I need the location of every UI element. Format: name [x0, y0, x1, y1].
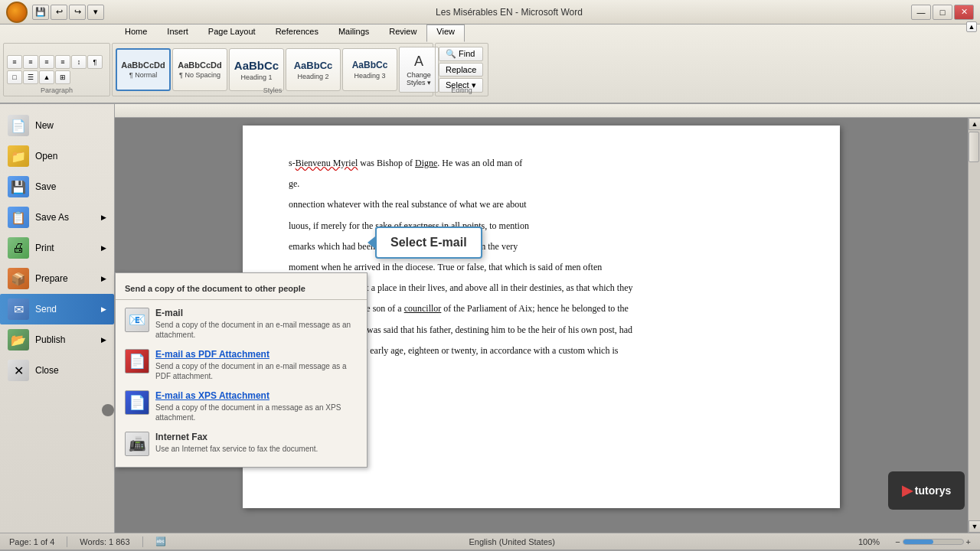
- styles-group-label: Styles: [113, 86, 433, 94]
- send-email-xps-item[interactable]: 📄 E-mail as XPS Attachment Send a copy o…: [116, 386, 367, 427]
- window-controls: — □ ✕: [911, 5, 974, 20]
- tab-mailings[interactable]: Mailings: [328, 24, 379, 41]
- save-as-icon: 📋: [8, 207, 29, 228]
- paragraph-group: ≡ ≡ ≡ ≡ ↕ ¶ □ ☰ ▲ ⊞ Paragraph: [3, 43, 110, 96]
- undo-btn[interactable]: ↩: [51, 5, 67, 20]
- send-fax-item[interactable]: 📠 Internet Fax Use an Internet fax servi…: [116, 427, 367, 461]
- zoom-slider[interactable]: − +: [892, 537, 974, 546]
- tutorys-play-icon: ▶: [902, 482, 913, 499]
- style-heading2-label: Heading 2: [297, 73, 328, 80]
- menu-item-save-as[interactable]: 📋 Save As ▶: [0, 202, 114, 233]
- menu-item-print[interactable]: 🖨 Print ▶: [0, 233, 114, 263]
- print-icon: 🖨: [8, 237, 29, 259]
- menu-item-new[interactable]: 📄 New: [0, 110, 114, 141]
- menu-item-prepare[interactable]: 📦 Prepare ▶: [0, 263, 114, 294]
- email-title: E-mail: [155, 308, 358, 318]
- doc-paragraph-2: ge.: [289, 177, 794, 191]
- find-label: Find: [459, 49, 475, 58]
- shading-btn[interactable]: ▲: [39, 70, 54, 84]
- line-spacing-btn[interactable]: ↕: [71, 55, 87, 69]
- fax-desc: Use an Internet fax service to fax the d…: [155, 444, 358, 454]
- align-left-btn[interactable]: ≡: [7, 55, 22, 69]
- tab-view[interactable]: View: [426, 24, 465, 42]
- list-btn[interactable]: ☰: [23, 70, 38, 84]
- send-email-item[interactable]: 📧 E-mail Send a copy of the document in …: [116, 303, 367, 344]
- save-quick-btn[interactable]: 💾: [32, 5, 49, 20]
- spell-icon[interactable]: 🔤: [152, 536, 169, 546]
- style-heading1-btn[interactable]: AaBbCc Heading 1: [229, 48, 284, 91]
- email-xps-title: E-mail as XPS Attachment: [155, 390, 358, 401]
- replace-btn[interactable]: Replace: [439, 63, 483, 77]
- save-icon: 💾: [8, 176, 29, 197]
- paragraph-buttons: ≡ ≡ ≡ ≡ ↕ ¶ □ ☰ ▲ ⊞: [7, 55, 103, 84]
- zoom-out-btn[interactable]: −: [895, 537, 900, 546]
- fax-title: Internet Fax: [155, 432, 358, 442]
- border-btn[interactable]: □: [7, 70, 22, 84]
- justify-btn[interactable]: ≡: [55, 55, 70, 69]
- doc-councillor: councillor: [404, 303, 442, 314]
- zoom-in-btn[interactable]: +: [966, 537, 971, 546]
- menu-label-close: Close: [35, 365, 59, 376]
- menu-item-send[interactable]: ✉ Send ▶: [0, 294, 114, 324]
- style-heading2-btn[interactable]: AaBbCc Heading 2: [286, 48, 341, 91]
- paragraph-group-label: Paragraph: [4, 86, 109, 94]
- tab-review[interactable]: Review: [379, 24, 426, 41]
- email-pdf-title: E-mail as PDF Attachment: [155, 349, 358, 360]
- doc-bienvenu: Bienvenu Myriel: [296, 158, 358, 168]
- send-submenu: Send a copy of the document to other peo…: [115, 272, 368, 468]
- zoom-track[interactable]: [903, 539, 964, 545]
- main-area: 📄 New 📁 Open 💾 Save 📋 Save As ▶ 🖨 Print …: [0, 104, 980, 533]
- email-xps-text: E-mail as XPS Attachment Send a copy of …: [155, 390, 358, 422]
- editing-group-label: Editing: [436, 86, 488, 94]
- office-logo[interactable]: [6, 2, 28, 23]
- close-btn[interactable]: ✕: [954, 5, 974, 20]
- style-heading1-label: Heading 1: [240, 73, 272, 81]
- words-status: Words: 1 863: [77, 537, 132, 546]
- doc-digne: Digne: [415, 158, 437, 168]
- align-center-btn[interactable]: ≡: [23, 55, 38, 69]
- find-btn[interactable]: 🔍 Find: [439, 47, 483, 61]
- scroll-thumb[interactable]: [969, 132, 979, 162]
- status-div-2: [142, 536, 143, 547]
- redo-btn[interactable]: ↪: [69, 5, 86, 20]
- show-para-btn[interactable]: ¶: [87, 55, 103, 69]
- tab-insert[interactable]: Insert: [157, 24, 198, 41]
- tab-page-layout[interactable]: Page Layout: [198, 24, 266, 41]
- publish-icon: 📂: [8, 329, 29, 350]
- email-pdf-desc: Send a copy of the document in an e-mail…: [155, 361, 358, 381]
- change-styles-btn[interactable]: A ChangeStyles ▾: [399, 47, 439, 93]
- vertical-scrollbar[interactable]: ▲ ▼: [968, 118, 980, 533]
- style-no-spacing-btn[interactable]: AaBbCcDd ¶ No Spacing: [172, 48, 227, 91]
- scroll-up-btn[interactable]: ▲: [969, 118, 980, 130]
- style-no-spacing-preview: AaBbCcDd: [178, 60, 221, 70]
- doc-text-1c: . He was an old man of: [437, 158, 522, 168]
- dropdown-btn[interactable]: ▾: [87, 5, 104, 20]
- doc-paragraph-1: s-Bienvenu Myriel was Bishop of Digne. H…: [289, 156, 794, 171]
- quick-access-toolbar: 💾 ↩ ↪ ▾: [32, 5, 104, 20]
- tab-references[interactable]: References: [266, 24, 328, 41]
- tab-home[interactable]: Home: [115, 24, 157, 41]
- style-heading3-btn[interactable]: AaBbCc Heading 3: [342, 48, 397, 91]
- menu-item-save[interactable]: 💾 Save: [0, 171, 114, 202]
- prepare-arrow: ▶: [101, 275, 106, 282]
- style-normal-btn[interactable]: AaBbCcDd ¶ Normal: [116, 48, 171, 91]
- fax-icon: 📠: [125, 432, 149, 456]
- menu-label-save-as: Save As: [35, 212, 69, 223]
- menu-item-publish[interactable]: 📂 Publish ▶: [0, 324, 114, 355]
- scroll-down-btn[interactable]: ▼: [969, 520, 980, 533]
- close-doc-icon: ✕: [8, 360, 29, 381]
- office-menu: 📄 New 📁 Open 💾 Save 📋 Save As ▶ 🖨 Print …: [0, 104, 115, 533]
- align-right-btn[interactable]: ≡: [39, 55, 54, 69]
- ribbon-collapse-btn[interactable]: ▲: [966, 21, 977, 32]
- indent-btn[interactable]: ⊞: [55, 70, 70, 84]
- menu-item-open[interactable]: 📁 Open: [0, 141, 114, 171]
- menu-item-close[interactable]: ✕ Close: [0, 355, 114, 386]
- minimize-btn[interactable]: —: [911, 5, 931, 20]
- select-email-tooltip: Select E-mail: [375, 227, 482, 259]
- style-heading3-preview: AaBbCc: [352, 60, 388, 70]
- send-email-pdf-item[interactable]: 📄 E-mail as PDF Attachment Send a copy o…: [116, 344, 367, 386]
- style-normal-label: ¶ Normal: [129, 71, 157, 79]
- maximize-btn[interactable]: □: [933, 5, 952, 20]
- style-heading2-preview: AaBbCc: [294, 60, 333, 71]
- email-xps-icon: 📄: [125, 390, 149, 415]
